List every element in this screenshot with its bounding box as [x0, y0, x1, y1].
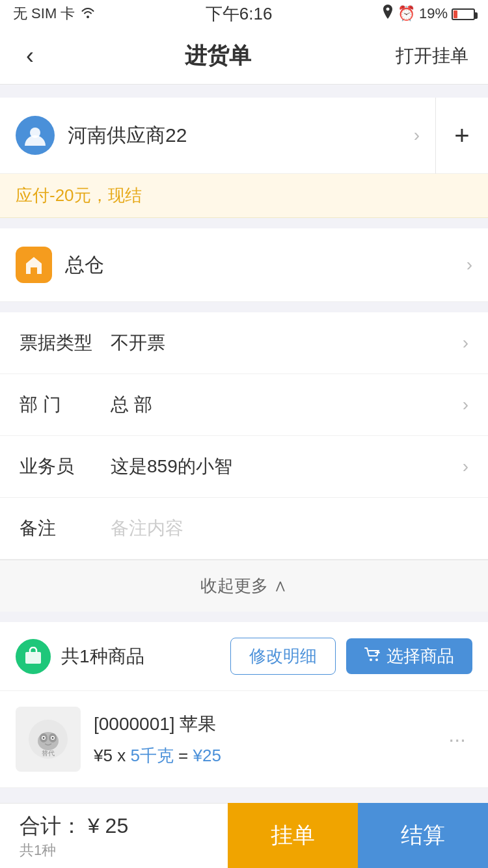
- product-info: [0000001] 苹果 ¥5 x 5千克 = ¥25: [94, 712, 442, 767]
- supplier-row[interactable]: 河南供应商22 ›: [0, 98, 435, 174]
- products-section: 共1种商品 修改明细 选择商品: [0, 622, 488, 788]
- time-label: 下午6:16: [206, 3, 273, 25]
- collapse-label: 收起更多 ∧: [200, 575, 287, 597]
- select-product-button[interactable]: 选择商品: [346, 638, 472, 674]
- svg-point-4: [375, 658, 378, 661]
- status-left: 无 SIM 卡: [13, 4, 96, 23]
- checkout-button[interactable]: 结算: [358, 803, 488, 868]
- svg-rect-1: [31, 267, 37, 274]
- pending-button[interactable]: 挂单: [228, 803, 358, 868]
- supplier-chevron-icon: ›: [414, 125, 420, 146]
- warehouse-chevron-icon: ›: [467, 254, 472, 275]
- notes-input[interactable]: 备注内容: [111, 516, 468, 541]
- product-multiply: x: [117, 746, 130, 765]
- svg-text:替代: 替代: [42, 750, 55, 757]
- open-pending-button[interactable]: 打开挂单: [396, 44, 468, 68]
- products-icon: [16, 639, 51, 674]
- department-label: 部 门: [20, 392, 111, 417]
- divider-3: [0, 612, 488, 622]
- total-label: 合计：: [20, 814, 82, 837]
- carrier-label: 无 SIM 卡: [13, 4, 75, 23]
- wifi-icon: [80, 5, 96, 22]
- supplier-avatar: [16, 116, 55, 155]
- products-header: 共1种商品 修改明细 选择商品: [0, 622, 488, 691]
- total-count: 共1种: [20, 841, 208, 860]
- svg-point-3: [370, 658, 372, 661]
- collapse-button[interactable]: 收起更多 ∧: [0, 560, 488, 612]
- product-equals: =: [178, 746, 193, 765]
- salesperson-chevron-icon: ›: [463, 456, 468, 477]
- warehouse-icon: [16, 247, 52, 283]
- department-value: 总 部: [111, 392, 463, 417]
- warehouse-name: 总仓: [65, 252, 467, 278]
- svg-point-11: [43, 737, 45, 739]
- battery-icon: [452, 5, 475, 22]
- alarm-icon: ⏰: [398, 5, 415, 22]
- warehouse-row[interactable]: 总仓 ›: [0, 228, 488, 302]
- bottom-bar: 合计： ¥ 25 共1种 挂单 结算: [0, 803, 488, 868]
- salesperson-row[interactable]: 业务员 这是859的小智 ›: [0, 436, 488, 498]
- svg-point-12: [52, 737, 54, 739]
- product-thumbnail: 替代: [16, 707, 81, 772]
- select-product-label: 选择商品: [386, 645, 454, 668]
- product-code: [0000001]: [94, 714, 175, 734]
- product-total: ¥25: [193, 746, 221, 765]
- total-value: ¥ 25: [88, 814, 128, 837]
- product-qty: 5千克: [130, 746, 173, 765]
- product-more-button[interactable]: ···: [442, 721, 472, 758]
- salesperson-label: 业务员: [20, 454, 111, 479]
- product-name: [0000001] 苹果: [94, 712, 442, 737]
- notes-row[interactable]: 备注 备注内容: [0, 498, 488, 560]
- department-chevron-icon: ›: [463, 394, 468, 415]
- status-bar: 无 SIM 卡 下午6:16 ⏰ 19%: [0, 0, 488, 27]
- product-title: 苹果: [180, 714, 216, 734]
- department-row[interactable]: 部 门 总 部 ›: [0, 374, 488, 436]
- product-price-row: ¥5 x 5千克 = ¥25: [94, 744, 442, 767]
- supplier-name: 河南供应商22: [68, 122, 414, 149]
- top-divider: [0, 85, 488, 98]
- total-section: 合计： ¥ 25 共1种: [0, 803, 228, 868]
- select-product-icon: [364, 646, 381, 666]
- invoice-type-row[interactable]: 票据类型 不开票 ›: [0, 312, 488, 374]
- divider-1: [0, 218, 488, 228]
- invoice-type-chevron-icon: ›: [463, 332, 468, 353]
- location-icon: [382, 5, 394, 23]
- alert-text: 应付-20元，现结: [16, 185, 142, 205]
- total-amount: 合计： ¥ 25: [20, 812, 208, 841]
- product-item: 替代 [0000001] 苹果 ¥5 x 5千克 = ¥25 ···: [0, 691, 488, 788]
- salesperson-value: 这是859的小智: [111, 454, 463, 479]
- alert-banner: 应付-20元，现结: [0, 174, 488, 218]
- status-right: ⏰ 19%: [382, 5, 475, 23]
- product-unit-price: ¥5: [94, 746, 113, 765]
- invoice-type-label: 票据类型: [20, 331, 111, 355]
- svg-rect-2: [25, 652, 41, 664]
- supplier-section: 河南供应商22 › +: [0, 98, 488, 174]
- notes-label: 备注: [20, 516, 111, 541]
- nav-bar: ‹ 进货单 打开挂单: [0, 27, 488, 85]
- page-title: 进货单: [185, 41, 251, 71]
- products-count: 共1种商品: [61, 644, 230, 669]
- invoice-type-value: 不开票: [111, 331, 463, 355]
- divider-2: [0, 302, 488, 312]
- add-supplier-button[interactable]: +: [436, 98, 488, 174]
- edit-details-button[interactable]: 修改明细: [230, 638, 336, 675]
- battery-label: 19%: [419, 5, 448, 22]
- back-button[interactable]: ‹: [20, 36, 40, 76]
